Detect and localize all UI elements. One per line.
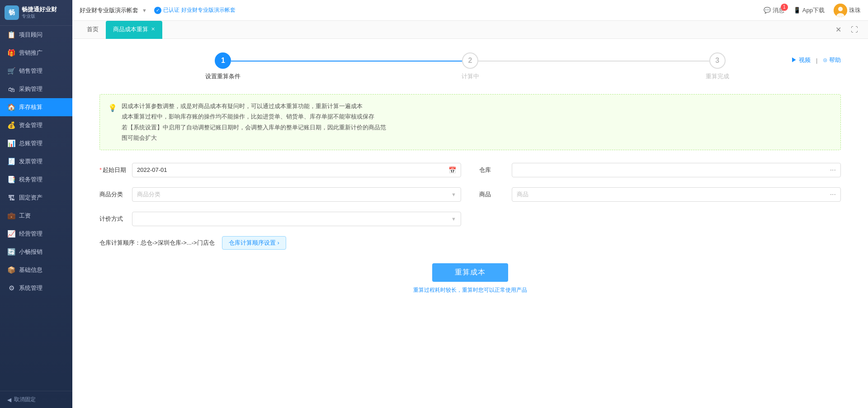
- info-line-4: 围可能会扩大: [122, 133, 386, 143]
- app-icon: 📱: [793, 7, 801, 14]
- category-field: 商品分类 商品分类 ▼: [99, 187, 461, 202]
- sidebar-item-sales[interactable]: 🛒销售管理: [0, 62, 72, 80]
- price-method-arrow-icon: ▼: [451, 216, 456, 222]
- topbar-account[interactable]: 好业财专业版演示帐套 ▼: [80, 6, 147, 14]
- marketing-icon: 🎁: [7, 49, 15, 57]
- sidebar-item-salary[interactable]: 💼工资: [0, 207, 72, 225]
- warehouse-order-chevron-icon: ›: [278, 239, 279, 246]
- info-box-content: 因成本计算参数调整，或是对商品成本有疑问时，可以通过成本重算功能，重新计算一遍成…: [122, 101, 386, 143]
- help-link[interactable]: ⊙ 帮助: [823, 56, 841, 64]
- sidebar-label-salary: 工资: [19, 212, 31, 220]
- topbar: 好业财专业版演示帐套 ▼ ✓ 已认证 好业财专业版演示帐套 💬 消息 1 📱 A…: [72, 0, 868, 21]
- step-2-label: 计算中: [462, 72, 479, 81]
- sidebar-item-invoice[interactable]: 🧾发票管理: [0, 152, 72, 171]
- sidebar-label-accounting: 总账管理: [19, 139, 42, 147]
- start-date-label: *起始日期: [99, 166, 127, 174]
- inventory-icon: 🏠: [7, 103, 15, 111]
- sidebar-item-business[interactable]: 📈经营管理: [0, 225, 72, 243]
- sidebar-footer-label: 取消固定: [14, 396, 36, 403]
- sidebar-item-accounting[interactable]: 📊总账管理: [0, 134, 72, 152]
- tabs-bar: 首页 商品成本重算 ✕ ✕ ⛶: [72, 21, 868, 39]
- project-icon: 📋: [7, 31, 15, 39]
- warehouse-input[interactable]: ···: [512, 163, 841, 177]
- unpin-icon: ◀: [7, 397, 11, 403]
- price-method-field: 计价方式 ▼: [99, 212, 461, 226]
- form-row-1: *起始日期 2022-07-01 📅 仓库 ···: [99, 163, 841, 177]
- verified-account: 好业财专业版演示帐套: [181, 6, 236, 14]
- video-link[interactable]: ▶ 视频: [791, 56, 811, 64]
- sidebar-item-expense[interactable]: 🔄小畅报销: [0, 243, 72, 261]
- business-icon: 📈: [7, 230, 15, 238]
- tab-home[interactable]: 首页: [80, 21, 106, 39]
- recalc-button[interactable]: 重算成本: [432, 263, 508, 282]
- expense-icon: 🔄: [7, 248, 15, 256]
- sidebar-item-tax[interactable]: 📑税务管理: [0, 171, 72, 189]
- app-download-button[interactable]: 📱 App下载: [793, 6, 825, 14]
- sidebar-label-finance: 资金管理: [19, 121, 42, 129]
- sidebar-item-purchase[interactable]: 🛍采购管理: [0, 80, 72, 98]
- tab-close-button[interactable]: ✕: [832, 24, 844, 36]
- goods-input[interactable]: 商品 ···: [512, 187, 841, 202]
- invoice-icon: 🧾: [7, 157, 15, 166]
- sidebar-logo: 畅: [5, 5, 19, 20]
- topbar-verified: ✓ 已认证 好业财专业版演示帐套: [154, 6, 236, 14]
- sidebar-nav: 📋项目顾问🎁营销推广🛒销售管理🛍采购管理🏠库存核算💰资金管理📊总账管理🧾发票管理…: [0, 26, 72, 391]
- step-1-circle: 1: [215, 52, 231, 69]
- sidebar-item-project[interactable]: 📋项目顾问: [0, 26, 72, 44]
- avatar: [834, 4, 847, 17]
- sidebar-app-title: 畅捷通好业财: [22, 6, 57, 13]
- user-avatar-button[interactable]: 珠珠: [834, 4, 861, 17]
- sidebar-item-marketing[interactable]: 🎁营销推广: [0, 44, 72, 62]
- info-line-2: 成本重算过程中，影响库存账的操作均不能操作，比如进货单、销货单、库存单据不能审核…: [122, 111, 386, 122]
- recalc-section: 重算成本 重算过程耗时较长，重算时您可以正常使用产品: [99, 263, 841, 294]
- app-label: App下载: [802, 6, 825, 14]
- start-date-field: *起始日期 2022-07-01 📅: [99, 163, 461, 177]
- system-icon: ⚙: [7, 284, 15, 292]
- calendar-icon[interactable]: 📅: [448, 166, 456, 174]
- tab-expand-button[interactable]: ⛶: [848, 24, 861, 36]
- sidebar-label-project: 项目顾问: [19, 31, 42, 39]
- step-1: 1 设置重算条件: [99, 52, 347, 81]
- main-area: 好业财专业版演示帐套 ▼ ✓ 已认证 好业财专业版演示帐套 💬 消息 1 📱 A…: [72, 0, 868, 408]
- message-badge: 1: [781, 4, 788, 11]
- warehouse-order-label: 仓库计算顺序：总仓->深圳仓库->...->门店仓: [99, 239, 215, 247]
- sales-icon: 🛒: [7, 67, 15, 75]
- sidebar-label-marketing: 营销推广: [19, 49, 42, 57]
- price-method-select[interactable]: ▼: [132, 212, 461, 226]
- recalc-hint: 重算过程耗时较长，重算时您可以正常使用产品: [413, 286, 527, 294]
- goods-more-icon[interactable]: ···: [830, 190, 836, 199]
- warehouse-order-setting-button[interactable]: 仓库计算顺序设置 ›: [222, 236, 286, 250]
- tab-home-label: 首页: [87, 25, 99, 33]
- tab-cost-recalc[interactable]: 商品成本重算 ✕: [106, 21, 162, 39]
- finance-icon: 💰: [7, 121, 15, 129]
- sidebar-item-inventory[interactable]: 🏠库存核算: [0, 98, 72, 116]
- sidebar-title-block: 畅捷通好业财 专业版: [22, 6, 57, 19]
- tabs-right: ✕ ⛶: [832, 24, 861, 36]
- start-date-input[interactable]: 2022-07-01 📅: [132, 163, 461, 177]
- salary-icon: 💼: [7, 212, 15, 220]
- basic-icon: 📦: [7, 266, 15, 274]
- form-row-2: 商品分类 商品分类 ▼ 商品 商品 ···: [99, 187, 841, 202]
- tab-close-icon[interactable]: ✕: [151, 26, 155, 32]
- step-3-circle: 3: [709, 52, 726, 69]
- sidebar-item-basic[interactable]: 📦基础信息: [0, 261, 72, 279]
- tax-icon: 📑: [7, 176, 15, 184]
- purchase-icon: 🛍: [7, 85, 15, 93]
- verified-text: 已认证: [163, 6, 179, 14]
- message-button[interactable]: 💬 消息 1: [764, 6, 784, 14]
- sidebar-label-business: 经营管理: [19, 230, 42, 238]
- info-line-3: 若【系统设置】中启用了自动调整记账日期时，会调整入库单的整单记账日期，因此重新计…: [122, 122, 386, 133]
- form-row-3: 计价方式 ▼: [99, 212, 841, 226]
- sidebar-item-assets[interactable]: 🏗固定资产: [0, 189, 72, 207]
- step-3-label: 重算完成: [706, 72, 729, 81]
- sidebar-footer[interactable]: ◀ 取消固定: [0, 391, 72, 408]
- sidebar-label-system: 系统管理: [19, 284, 42, 292]
- category-select[interactable]: 商品分类 ▼: [132, 187, 461, 202]
- warehouse-more-icon[interactable]: ···: [830, 166, 836, 174]
- sidebar-label-invoice: 发票管理: [19, 157, 42, 166]
- sidebar-item-system[interactable]: ⚙系统管理: [0, 279, 72, 297]
- message-icon: 💬: [764, 7, 771, 14]
- sidebar-item-finance[interactable]: 💰资金管理: [0, 116, 72, 134]
- step-2-circle: 2: [462, 52, 478, 69]
- sidebar-label-basic: 基础信息: [19, 266, 42, 274]
